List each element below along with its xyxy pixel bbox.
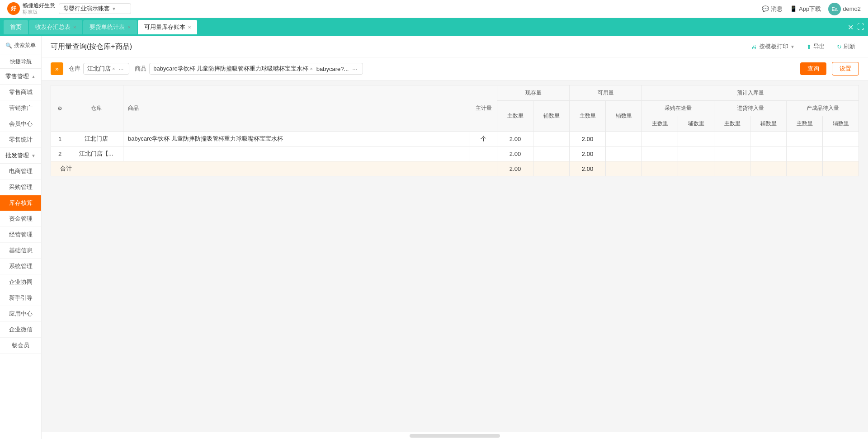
th-available-group: 可用量 (570, 85, 642, 101)
tab-home[interactable]: 首页 (4, 20, 28, 34)
sidebar-item-system[interactable]: 系统管理 (0, 259, 41, 274)
app-label: App下载 (799, 5, 821, 13)
print-btn[interactable]: 🖨 按模板打印 ▼ (748, 41, 798, 52)
sidebar-group-retail-title[interactable]: 零售管理 ▲ (0, 69, 41, 85)
cell-stock-main-0: 2.00 (497, 132, 533, 146)
table-row: 2 江北门店【... 2.00 2.00 (51, 146, 859, 161)
tab-available-stock[interactable]: 可用量库存账本 × (138, 20, 197, 34)
th-settings[interactable]: ⚙ (51, 85, 69, 132)
nav-close-icon[interactable]: ✕ (848, 23, 854, 32)
store-name: 母婴行业演示账套 (63, 5, 110, 13)
tab-collection-close[interactable]: × (73, 24, 76, 30)
sidebar-item-basic-info[interactable]: 基础信息 (0, 243, 41, 259)
th-available-main: 主数里 (570, 101, 606, 132)
top-bar-right: 💬 消息 📱 App下载 Ea demo2 (762, 3, 861, 15)
setting-button[interactable]: 设置 (832, 62, 859, 76)
cell-no-1: 2 (51, 146, 69, 161)
th-production-main: 主数里 (787, 116, 823, 132)
cell-purchase-main-0 (642, 132, 678, 146)
tab-order-label: 要货单统计表 (90, 23, 125, 31)
summary-purchase-sub (678, 161, 714, 176)
sidebar-item-beginner[interactable]: 新手引导 (0, 290, 41, 306)
logo-text: 畅捷通好生意 (23, 2, 55, 9)
search-menu-btn[interactable]: 🔍 搜索菜单 (4, 40, 38, 51)
th-goods: 商品 (123, 85, 470, 132)
summary-available-sub (606, 161, 642, 176)
warehouse-tag-remove[interactable]: × (112, 66, 115, 71)
query-button[interactable]: 查询 (800, 62, 826, 75)
warehouse-filter-tags[interactable]: 江北门店 × ··· (83, 63, 129, 75)
summary-stock-main: 2.00 (497, 161, 533, 176)
logo-sub: 标准版 (23, 9, 55, 15)
sidebar-item-inventory[interactable]: 库存核算 (0, 195, 41, 211)
horizontal-scrollbar[interactable] (410, 434, 500, 438)
cell-unit-0: 个 (470, 132, 497, 146)
cell-no-0: 1 (51, 132, 69, 146)
goods-tag-1-value: babycare学饮杯 儿童防摔防撞吸管杯重力球吸嘴杯宝宝水杯 (153, 65, 308, 73)
top-bar-left: 好 畅捷通好生意 标准版 母婴行业演示账套 ▼ (7, 2, 131, 15)
sidebar-item-marketing[interactable]: 营销推广 (0, 100, 41, 116)
goods-filter-more[interactable]: ··· (350, 66, 359, 72)
goods-filter-group: 商品 babycare学饮杯 儿童防摔防撞吸管杯重力球吸嘴杯宝宝水杯 × bab… (135, 63, 363, 75)
warehouse-tag-value: 江北门店 (87, 65, 111, 73)
goods-filter-tags[interactable]: babycare学饮杯 儿童防摔防撞吸管杯重力球吸嘴杯宝宝水杯 × babyca… (149, 63, 363, 75)
th-incoming-group: 进货待入量 (714, 101, 787, 116)
sidebar-item-purchase[interactable]: 采购管理 (0, 179, 41, 195)
refresh-btn[interactable]: ↻ 刷新 (833, 41, 859, 52)
th-unit: 主计量 (470, 85, 497, 132)
sidebar-group-retail: 零售管理 ▲ 零售商城 营销推广 会员中心 零售统计 (0, 69, 41, 148)
sidebar-item-ecommerce[interactable]: 电商管理 (0, 164, 41, 179)
sidebar-item-members[interactable]: 会员中心 (0, 116, 41, 132)
content-area: 可用量查询(按仓库+商品) 🖨 按模板打印 ▼ ⬆ 导出 ↻ 刷新 » (42, 36, 868, 439)
wholesale-arrow-icon: ▼ (31, 153, 36, 158)
cell-incoming-sub-0 (750, 132, 787, 146)
avatar: Ea (828, 3, 841, 15)
warehouse-filter-more[interactable]: ··· (117, 66, 125, 72)
export-btn[interactable]: ⬆ 导出 (803, 41, 829, 52)
summary-available-main: 2.00 (570, 161, 606, 176)
sidebar-item-retail-stats[interactable]: 零售统计 (0, 132, 41, 148)
page-title: 可用量查询(按仓库+商品) (51, 42, 132, 52)
sidebar-item-enterprise[interactable]: 企业协同 (0, 274, 41, 290)
table-container: ⚙ 仓库 商品 主计量 现存量 可用量 预计入库量 主数里 辅数里 主数里 辅数… (42, 80, 868, 432)
sidebar-group-wholesale-title[interactable]: 批发管理 ▼ (0, 148, 41, 164)
summary-label: 合计 (51, 161, 497, 176)
goods-tag-2: babycare?... (316, 66, 349, 72)
sidebar-item-member-plus[interactable]: 畅会员 (0, 338, 41, 354)
th-stock-main: 主数里 (497, 101, 533, 132)
th-incoming-main: 主数里 (714, 116, 750, 132)
warehouse-filter-group: 仓库 江北门店 × ··· (69, 63, 129, 75)
tab-order-close[interactable]: × (127, 24, 130, 30)
filter-toggle-btn[interactable]: » (51, 62, 63, 75)
quick-nav-btn[interactable]: 快捷导航 (0, 55, 41, 69)
th-stock-group: 现存量 (497, 85, 570, 101)
summary-incoming-sub (750, 161, 787, 176)
tab-collection-summary[interactable]: 收发存汇总表 × (29, 20, 82, 34)
store-selector[interactable]: 母婴行业演示账套 ▼ (59, 3, 131, 14)
sidebar-item-wechat[interactable]: 企业微信 (0, 322, 41, 338)
logo-icon: 好 (7, 2, 20, 15)
top-bar: 好 畅捷通好生意 标准版 母婴行业演示账套 ▼ 💬 消息 📱 App下载 Ea … (0, 0, 868, 18)
tab-available-close[interactable]: × (188, 24, 191, 30)
sidebar-item-operation[interactable]: 经营管理 (0, 227, 41, 243)
tab-order-stats[interactable]: 要货单统计表 × (83, 20, 137, 34)
cell-purchase-sub-1 (678, 146, 714, 161)
th-purchase-main: 主数里 (642, 116, 678, 132)
th-available-sub: 辅数里 (606, 101, 642, 132)
message-label: 消息 (771, 5, 783, 13)
sidebar-item-app-center[interactable]: 应用中心 (0, 306, 41, 322)
sidebar-group-wholesale-label: 批发管理 (5, 151, 29, 160)
goods-tag-1-remove[interactable]: × (310, 66, 312, 71)
message-btn[interactable]: 💬 消息 (762, 5, 783, 13)
sidebar-item-finance[interactable]: 资金管理 (0, 211, 41, 227)
tab-home-label: 首页 (10, 23, 22, 31)
user-area[interactable]: Ea demo2 (828, 3, 861, 15)
logo-area: 好 畅捷通好生意 标准版 (7, 2, 55, 15)
sidebar-item-retail-mall[interactable]: 零售商城 (0, 85, 41, 100)
table-scrollbar-area[interactable] (42, 432, 868, 439)
cell-incoming-main-1 (714, 146, 750, 161)
nav-expand-icon[interactable]: ⛶ (857, 23, 864, 31)
th-warehouse: 仓库 (69, 85, 123, 132)
sidebar-search-area: 🔍 搜索菜单 (0, 36, 41, 55)
app-download-btn[interactable]: 📱 App下载 (790, 5, 821, 13)
